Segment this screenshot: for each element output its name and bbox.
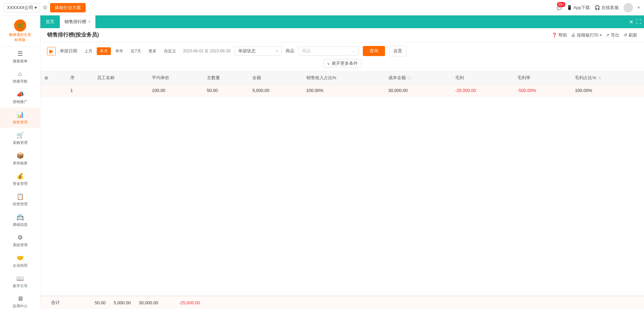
col-rank: 序 bbox=[66, 71, 93, 85]
col-cost-amount: 成本全额 ⓘ bbox=[384, 71, 451, 85]
chevron-down-icon: ∨ bbox=[327, 61, 330, 66]
date-tab-this-month[interactable]: 本月 bbox=[97, 47, 111, 55]
goods-input[interactable]: 商品 ··· bbox=[298, 46, 359, 56]
sidebar-item-quick-nav[interactable]: ⌂ 快捷导航 bbox=[0, 67, 40, 87]
amount-value: 5,000.00 bbox=[252, 88, 269, 93]
settings-button[interactable]: 设置 bbox=[389, 46, 406, 56]
cost-info-icon[interactable]: ⓘ bbox=[407, 76, 411, 80]
date-tab-last-7-days[interactable]: 近7天 bbox=[128, 47, 144, 55]
col-sales-pct: 销售收入占比% bbox=[302, 71, 384, 85]
logo-text: 畅康通好生意标准版 bbox=[3, 32, 37, 42]
sidebar-label-basic-info: 基础信息 bbox=[13, 222, 28, 227]
query-button[interactable]: 查询 bbox=[363, 46, 385, 56]
sidebar-label-app-center: 应用中心 bbox=[13, 304, 28, 309]
tab-maximize-icon[interactable]: ⛶ bbox=[636, 19, 641, 25]
col-name: 员工名称 bbox=[93, 71, 148, 85]
sidebar-item-beginner[interactable]: 📖 新手引导 bbox=[0, 271, 40, 292]
page-content: 销售排行榜(按业务员) ❓ 帮助 🖨 按模板打印 ▾ ↗ 导出 bbox=[40, 28, 644, 309]
export-label: 导出 bbox=[611, 32, 619, 38]
sidebar-label-marketing: 营销推广 bbox=[13, 99, 28, 104]
tab-close-icon[interactable]: × bbox=[88, 19, 91, 24]
top-bar: XXXXXX公司 ▾ ⚙ 体验行业方案 💬 99+ 📱 App下载 🎧 在线客服… bbox=[0, 0, 644, 15]
avatar[interactable] bbox=[624, 3, 633, 12]
tab-home[interactable]: 首页 bbox=[40, 15, 60, 28]
filter-row-1: ▶ 单据日期 上月 本月 本年 近7天 更多 自定义 2023-06-01 至 … bbox=[47, 46, 637, 56]
export-button[interactable]: ↗ 导出 bbox=[606, 32, 619, 38]
col-settings[interactable]: ⚙ bbox=[40, 71, 66, 85]
gross-rate-value: -500.00% bbox=[517, 88, 536, 93]
gross-pct-value: 100.00% bbox=[575, 88, 592, 93]
tab-bar: 首页 销售排行榜 × ✕ ⛶ bbox=[40, 15, 644, 28]
tab-bar-right: ✕ ⛶ bbox=[629, 19, 644, 25]
refresh-button[interactable]: ↺ 刷新 bbox=[624, 32, 637, 38]
tab-close-window-icon[interactable]: ✕ bbox=[629, 19, 633, 25]
page-title: 销售排行榜(按业务员) bbox=[47, 32, 99, 39]
sidebar-label-operation: 经营管理 bbox=[13, 202, 28, 207]
sidebar-item-app-center[interactable]: 🖥 应用中心 bbox=[0, 292, 40, 309]
message-icon-wrapper[interactable]: 💬 99+ bbox=[557, 4, 562, 11]
online-service-item[interactable]: 🎧 在线客服 bbox=[595, 5, 619, 11]
sidebar-label-inventory: 库存核算 bbox=[13, 161, 28, 166]
trial-button[interactable]: 体验行业方案 bbox=[50, 3, 86, 12]
expand-btn-label: 展开更多条件 bbox=[332, 60, 358, 66]
sidebar-item-basic-info[interactable]: 📇 基础信息 bbox=[0, 210, 40, 230]
expand-more-conditions-button[interactable]: ∨ 展开更多条件 bbox=[323, 59, 361, 68]
inventory-icon: 📦 bbox=[16, 152, 24, 159]
company-selector[interactable]: XXXXXX公司 ▾ bbox=[4, 3, 40, 12]
cell-gross: -25,000.00 bbox=[451, 85, 513, 97]
print-label: 按模板打印 bbox=[577, 32, 599, 38]
top-bar-right: 💬 99+ 📱 App下载 🎧 在线客服 ▾ bbox=[557, 3, 640, 12]
cell-gross-rate: -500.00% bbox=[513, 85, 571, 97]
col-main-qty-label: 主数量 bbox=[207, 75, 220, 80]
print-chevron-icon: ▾ bbox=[600, 33, 602, 37]
sidebar-item-inventory[interactable]: 📦 库存核算 bbox=[0, 149, 40, 169]
date-tab-this-year[interactable]: 本年 bbox=[112, 47, 126, 55]
print-button[interactable]: 🖨 按模板打印 ▾ bbox=[571, 32, 602, 38]
sidebar-label-quick-nav: 快捷导航 bbox=[13, 79, 28, 84]
main-qty-value: 50.00 bbox=[207, 88, 218, 93]
status-label: 单据状态 bbox=[238, 48, 256, 54]
sidebar-item-operation[interactable]: 📋 经营管理 bbox=[0, 190, 40, 210]
date-filter-label: 单据日期 bbox=[60, 48, 77, 54]
sidebar-label-search: 搜索菜单 bbox=[13, 59, 28, 64]
col-gross-label: 毛利 bbox=[455, 75, 464, 80]
cell-avg-price: 100.00 bbox=[148, 85, 203, 97]
sidebar-item-purchase[interactable]: 🛒 采购管理 bbox=[0, 128, 40, 149]
sidebar-label-purchase: 采购管理 bbox=[13, 140, 28, 145]
finance-icon: 💰 bbox=[16, 172, 24, 180]
col-avg-price-label: 平均单价 bbox=[152, 75, 169, 80]
company-settings-icon[interactable]: ⚙ bbox=[43, 4, 47, 11]
sidebar-item-finance[interactable]: 💰 资金管理 bbox=[0, 169, 40, 190]
data-table: ⚙ 序 员工名称 平均单价 主数 bbox=[40, 71, 644, 97]
col-amount-label: 全额 bbox=[252, 75, 261, 80]
logo-icon: 🌿 bbox=[14, 19, 26, 32]
app-download-item[interactable]: 📱 App下载 bbox=[567, 5, 590, 11]
column-settings-icon[interactable]: ⚙ bbox=[44, 75, 48, 81]
help-button[interactable]: ❓ 帮助 bbox=[552, 32, 567, 38]
purchase-icon: 🛒 bbox=[16, 132, 24, 139]
cost-amount-value: 30,000.00 bbox=[388, 88, 408, 93]
avg-price-value: 100.00 bbox=[152, 88, 165, 93]
date-tab-last-month[interactable]: 上月 bbox=[81, 47, 95, 55]
export-icon: ↗ bbox=[606, 33, 609, 38]
gross-pct-sort-icon[interactable]: ⇅ bbox=[598, 76, 601, 80]
sidebar-item-sales[interactable]: 📊 销售管理 bbox=[0, 108, 40, 128]
col-name-label: 员工名称 bbox=[97, 75, 115, 80]
cell-cost-amount: 30,000.00 bbox=[384, 85, 451, 97]
sidebar-item-system[interactable]: ⚙ 系统管理 bbox=[0, 230, 40, 251]
filter-expand-arrow[interactable]: ▶ bbox=[47, 47, 56, 55]
search-icon: ☰ bbox=[17, 50, 23, 57]
sidebar-item-search-order[interactable]: ☰ 搜索菜单 bbox=[0, 47, 40, 67]
headset-icon: 🎧 bbox=[595, 5, 600, 10]
marketing-icon: 📣 bbox=[16, 91, 24, 98]
footer-gross: -25,000.00 bbox=[175, 300, 204, 305]
help-label: 帮助 bbox=[558, 32, 567, 38]
date-tab-custom[interactable]: 自定义 bbox=[161, 47, 179, 55]
date-tab-more[interactable]: 更多 bbox=[145, 47, 160, 55]
status-select[interactable]: 单据状态 ▾ bbox=[234, 46, 282, 56]
footer-label: 合计 bbox=[44, 300, 64, 306]
tab-sales-ranking[interactable]: 销售排行榜 × bbox=[60, 15, 95, 28]
sidebar-item-enterprise-coop[interactable]: 🤝 企业协同 bbox=[0, 251, 40, 271]
sidebar-item-marketing[interactable]: 📣 营销推广 bbox=[0, 87, 40, 108]
cell-amount: 5,000.00 bbox=[248, 85, 302, 97]
